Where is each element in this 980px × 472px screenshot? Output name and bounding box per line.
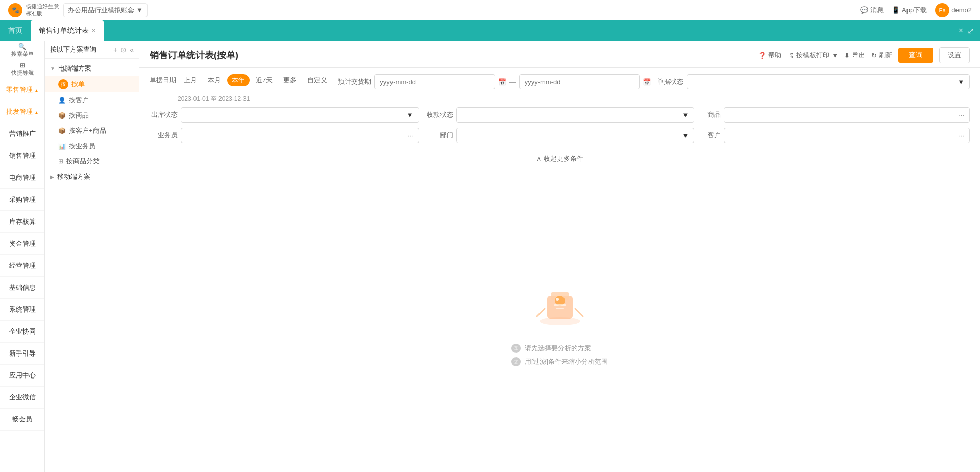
svg-point-4 <box>556 298 559 301</box>
scheme-panel-header: 按以下方案查询 + ⊙ « <box>45 41 139 59</box>
scheme-add-btn[interactable]: + <box>113 45 117 54</box>
step-num-1: ① <box>511 344 521 353</box>
date-btn-this-month[interactable]: 本月 <box>203 74 226 86</box>
expected-date-label: 预计交货期 <box>338 77 371 86</box>
empty-illustration <box>529 273 591 336</box>
customer-select[interactable]: ··· <box>724 128 970 143</box>
scheme-item-by-customer-goods[interactable]: 📦 按客户+商品 <box>45 123 139 138</box>
top-bar-right: 💬 消息 📱 App下载 Ea demo2 <box>860 3 972 17</box>
top-bar: 🐾 畅捷通好生意 标准版 办公用品行业模拟账套 ▼ 💬 消息 📱 App下载 E… <box>0 0 980 20</box>
department-label: 部门 <box>425 131 453 140</box>
collapse-icon: ∧ <box>536 155 542 163</box>
logo-icon: 🐾 <box>8 3 22 17</box>
customer-more-btn[interactable]: ··· <box>959 132 964 139</box>
empty-step-2: ② 用[过滤]条件来缩小分析范围 <box>511 357 608 366</box>
scheme-panel-title: 按以下方案查询 <box>50 45 96 54</box>
calendar-icon-end[interactable]: 📅 <box>643 78 651 86</box>
date-btn-custom[interactable]: 自定义 <box>303 74 332 86</box>
export-icon: ⬇ <box>844 52 850 59</box>
settings-btn[interactable]: 设置 <box>939 47 970 63</box>
status-arrow-icon: ▼ <box>958 78 964 86</box>
sidebar-item-system[interactable]: 系统管理 <box>0 299 44 321</box>
logo-text: 畅捷通好生意 标准版 <box>26 3 59 16</box>
status-select[interactable]: ▼ <box>687 74 970 89</box>
help-btn[interactable]: ❓ 帮助 <box>758 51 781 60</box>
date-btn-last-month[interactable]: 上月 <box>179 74 202 86</box>
tab-home[interactable]: 首页 <box>0 20 31 41</box>
scheme-group-header-mobile[interactable]: ▶ 移动端方案 <box>45 169 139 184</box>
out-status-select[interactable]: ▼ <box>181 107 419 123</box>
tab-minimize-btn[interactable]: × <box>959 26 963 35</box>
sidebar-item-basic[interactable]: 基础信息 <box>0 277 44 299</box>
scheme-item-by-customer[interactable]: 👤 按客户 <box>45 92 139 108</box>
sidebar-item-member[interactable]: 畅会员 <box>0 409 44 431</box>
sidebar-item-sales[interactable]: 销售管理 <box>0 145 44 167</box>
collapse-row: ∧ 收起更多条件 <box>139 151 980 167</box>
scheme-item-by-goods[interactable]: 📦 按商品 <box>45 108 139 123</box>
query-btn[interactable]: 查询 <box>898 48 933 63</box>
sidebar-item-business[interactable]: 经营管理 <box>0 255 44 277</box>
goods-more-btn[interactable]: ··· <box>959 111 964 119</box>
sidebar-item-marketing[interactable]: 营销推广 <box>0 123 44 145</box>
scheme-edit-btn[interactable]: ⊙ <box>120 45 127 54</box>
sidebar-item-cooperation[interactable]: 企业协同 <box>0 321 44 343</box>
sidebar-item-finance[interactable]: 资金管理 <box>0 233 44 255</box>
salesman-select[interactable]: ··· <box>181 128 419 143</box>
refresh-btn[interactable]: ↻ 刷新 <box>871 51 892 60</box>
sidebar-item-guide[interactable]: 新手引导 <box>0 343 44 365</box>
scheme-item-by-order[interactable]: 按 按单 <box>45 76 139 92</box>
quick-nav-btn[interactable]: ⊞ 快捷导航 <box>0 60 44 79</box>
page-header: 销售订单统计表(按单) ❓ 帮助 🖨 按模板打印 ▼ ⬇ 导出 <box>139 41 980 68</box>
sidebar-item-wholesale[interactable]: 批发管理 <box>0 101 44 123</box>
scheme-item-by-salesman[interactable]: 📊 按业务员 <box>45 138 139 154</box>
app-selector[interactable]: 办公用品行业模拟账套 ▼ <box>63 3 148 17</box>
avatar: Ea <box>935 3 949 17</box>
out-status-label: 出库状态 <box>150 110 178 120</box>
collapse-btn[interactable]: ∧ 收起更多条件 <box>536 154 583 163</box>
sidebar-item-inventory[interactable]: 库存核算 <box>0 211 44 233</box>
page-header-actions: ❓ 帮助 🖨 按模板打印 ▼ ⬇ 导出 ↻ 刷新 <box>758 47 970 63</box>
empty-svg <box>529 273 591 334</box>
sidebar-item-apps[interactable]: 应用中心 <box>0 365 44 387</box>
chevron-down-icon: ▼ <box>136 6 143 14</box>
tab-active[interactable]: 销售订单统计表 × <box>31 20 104 41</box>
sidebar-item-purchase[interactable]: 采购管理 <box>0 189 44 211</box>
search-icon: 🔍 <box>18 43 26 50</box>
department-select[interactable]: ▼ <box>456 128 695 143</box>
expected-date-start-input[interactable] <box>374 74 495 89</box>
top-bar-left: 🐾 畅捷通好生意 标准版 办公用品行业模拟账套 ▼ <box>8 3 148 17</box>
tab-bar-actions: × ⤢ <box>959 26 980 36</box>
date-btn-more[interactable]: 更多 <box>279 74 301 86</box>
message-action[interactable]: 💬 消息 <box>860 6 884 15</box>
export-btn[interactable]: ⬇ 导出 <box>844 51 865 60</box>
user-action[interactable]: Ea demo2 <box>935 3 972 17</box>
date-range-display: 2023-01-01 至 2023-12-31 <box>150 95 970 103</box>
main-content: 销售订单统计表(按单) ❓ 帮助 🖨 按模板打印 ▼ ⬇ 导出 <box>139 41 980 472</box>
svg-line-7 <box>537 309 545 316</box>
calendar-icon-start[interactable]: 📅 <box>498 78 506 86</box>
tab-bar: 首页 销售订单统计表 × × ⤢ <box>0 20 980 41</box>
filter-card: 单据日期 上月 本月 本年 近7天 更多 自定义 预计交货期 <box>139 68 980 151</box>
payment-status-select[interactable]: ▼ <box>456 107 695 123</box>
scheme-collapse-btn[interactable]: « <box>130 45 134 54</box>
app-download-action[interactable]: 📱 App下载 <box>892 6 927 15</box>
tab-maximize-btn[interactable]: ⤢ <box>967 26 974 36</box>
salesman-more-btn[interactable]: ··· <box>408 132 413 139</box>
sidebar-search-btn[interactable]: 🔍 搜索菜单 <box>0 41 44 60</box>
sidebar-item-wechat[interactable]: 企业微信 <box>0 387 44 409</box>
help-icon: ❓ <box>758 52 766 59</box>
svg-rect-5 <box>554 304 566 306</box>
sidebar-item-ecommerce[interactable]: 电商管理 <box>0 167 44 189</box>
goods-select[interactable]: ··· <box>724 107 970 123</box>
scheme-item-by-category[interactable]: ⊞ 按商品分类 <box>45 154 139 169</box>
scheme-group-desktop: ▼ 电脑端方案 按 按单 👤 按客户 📦 按商品 <box>45 61 139 169</box>
scheme-list: ▼ 电脑端方案 按 按单 👤 按客户 📦 按商品 <box>45 59 139 472</box>
expected-date-end-input[interactable] <box>519 74 640 89</box>
empty-step-1: ① 请先选择要分析的方案 <box>511 344 608 353</box>
date-btn-this-year[interactable]: 本年 <box>227 74 250 86</box>
template-print-btn[interactable]: 🖨 按模板打印 ▼ <box>788 51 838 60</box>
scheme-group-header-desktop[interactable]: ▼ 电脑端方案 <box>45 61 139 76</box>
tab-close-icon[interactable]: × <box>92 27 95 34</box>
date-btn-7days[interactable]: 近7天 <box>251 74 277 86</box>
sidebar-item-retail[interactable]: 零售管理 <box>0 79 44 101</box>
